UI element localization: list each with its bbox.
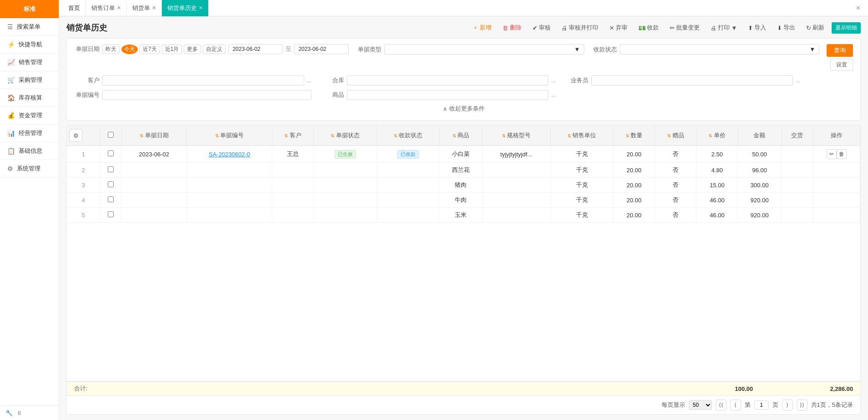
delete-action-btn[interactable]: 🗑 — [837, 149, 847, 159]
export-button[interactable]: ⬇ 导出 — [773, 22, 799, 34]
today-btn[interactable]: 今天 — [121, 45, 138, 54]
sidebar-item-basic-info[interactable]: 📋 基础信息 — [0, 142, 59, 160]
yesterday-btn[interactable]: 昨天 — [102, 45, 120, 54]
product-input[interactable] — [347, 90, 549, 100]
sidebar-item-finance[interactable]: 💰 资金管理 — [0, 107, 59, 125]
settings-button[interactable]: 设置 — [830, 59, 853, 71]
first-page-btn[interactable]: ⟨⟨ — [716, 400, 727, 410]
doc-type-select[interactable]: ▼ — [384, 44, 584, 55]
payment-status-select[interactable]: ▼ — [620, 44, 819, 55]
col-doc-date[interactable]: ⇅ 单据日期 — [121, 125, 187, 146]
warehouse-ellipsis[interactable]: ... — [551, 77, 556, 84]
close-tab-sales-order[interactable]: ✕ — [117, 5, 121, 11]
row-checkbox[interactable] — [108, 196, 114, 202]
audit-button[interactable]: ✔ 审核 — [529, 22, 554, 34]
row-checkbox-cell[interactable] — [100, 146, 121, 163]
col-payment-status[interactable]: ⇅ 收款状态 — [376, 125, 439, 146]
sidebar-item-purchase-mgmt[interactable]: 🛒 采购管理 — [0, 71, 59, 89]
content-area: 销货单历史 ＋ 新增 🗑 删除 ✔ 审核 🖨 审核并打印 — [59, 16, 868, 420]
customer-label: 客户 — [74, 76, 100, 85]
col-settings[interactable]: ⚙ — [67, 125, 100, 146]
row-checkbox[interactable] — [108, 150, 114, 156]
customer-ellipsis[interactable]: ... — [307, 77, 311, 84]
delete-button[interactable]: 🗑 删除 — [499, 22, 525, 34]
col-settings-btn[interactable]: ⚙ — [70, 129, 82, 142]
last-page-btn[interactable]: ⟩⟩ — [797, 400, 808, 410]
customer-input[interactable] — [102, 75, 304, 85]
sidebar-item-quick-nav[interactable]: ⚡ 快捷导航 — [0, 36, 59, 54]
sidebar-item-operations[interactable]: 📊 经营管理 — [0, 125, 59, 142]
col-product[interactable]: ⇅ 商品 — [440, 125, 482, 146]
date-from-input[interactable] — [228, 44, 283, 54]
doc-no-cell[interactable]: SA-20230602-0 — [187, 146, 272, 163]
row-checkbox-cell[interactable] — [100, 193, 121, 208]
display-detail-button[interactable]: 显示明细 — [832, 22, 861, 34]
doc-no-cell[interactable] — [187, 208, 272, 223]
col-doc-no[interactable]: ⇅ 单据编号 — [187, 125, 272, 146]
warehouse-label: 合库 — [319, 76, 344, 85]
7days-btn[interactable]: 近7天 — [140, 45, 160, 54]
row-checkbox-cell[interactable] — [100, 208, 121, 223]
collect-button[interactable]: 💵 收款 — [635, 22, 662, 34]
refresh-button[interactable]: ↻ 刷新 — [803, 22, 828, 34]
new-button[interactable]: ＋ 新增 — [469, 22, 495, 34]
1month-btn[interactable]: 近1月 — [162, 45, 182, 54]
doc-no-cell[interactable] — [187, 163, 272, 178]
sidebar-item-search-menu[interactable]: ☰ 搜索菜单 — [0, 18, 59, 36]
prev-page-btn[interactable]: ⟨ — [730, 400, 741, 410]
col-customer[interactable]: ⇅ 客户 — [272, 125, 313, 146]
row-checkbox-cell[interactable] — [100, 163, 121, 178]
doc-no-cell[interactable] — [187, 193, 272, 208]
custom-btn[interactable]: 自定义 — [203, 45, 226, 54]
row-checkbox-cell[interactable] — [100, 178, 121, 193]
select-all-checkbox[interactable] — [108, 132, 114, 138]
print-button[interactable]: 🖨 打印 ▼ — [707, 22, 741, 34]
warehouse-input[interactable] — [347, 75, 549, 85]
row-checkbox[interactable] — [108, 211, 114, 217]
product-ellipsis[interactable]: ... — [551, 92, 556, 98]
tab-home[interactable]: 首页 — [63, 0, 86, 16]
sidebar-bottom-icon1[interactable]: 🔧 — [5, 410, 13, 416]
col-unit-price[interactable]: ⇅ 单价 — [696, 125, 738, 146]
abandon-button[interactable]: ✕ 弃审 — [606, 22, 631, 34]
query-button[interactable]: 查询 — [827, 44, 853, 57]
salesperson-ellipsis[interactable]: ... — [796, 77, 800, 84]
tab-sales-delivery[interactable]: 销货单 ✕ — [127, 0, 162, 16]
more-btn[interactable]: 更多 — [184, 45, 201, 54]
close-tab-sales-delivery[interactable]: ✕ — [152, 5, 156, 11]
audit-print-button[interactable]: 🖨 审核并打印 — [558, 22, 602, 34]
row-num-cell: 4 — [67, 193, 100, 208]
doc-no-cell[interactable] — [187, 178, 272, 193]
doc-no-input[interactable] — [102, 90, 311, 100]
tab-sales-history[interactable]: 销货单历史 ✕ — [162, 0, 209, 16]
doc-no-link[interactable]: SA-20230602-0 — [209, 151, 250, 158]
close-tab-sales-history[interactable]: ✕ — [199, 5, 203, 11]
per-page-select[interactable]: 50 20 100 — [689, 400, 712, 410]
tab-sales-order[interactable]: 销售订单 ✕ — [86, 0, 127, 16]
amount-cell: 300.00 — [738, 178, 781, 193]
page-title: 销货单历史 — [66, 22, 107, 33]
date-to-input[interactable] — [294, 44, 349, 54]
sidebar-item-inventory[interactable]: 🏠 库存核算 — [0, 89, 59, 107]
salesperson-input[interactable] — [591, 75, 793, 85]
collapse-button[interactable]: ∧ 收起更多条件 — [441, 103, 487, 115]
col-exchange[interactable]: 交货 — [781, 125, 813, 146]
col-unit[interactable]: ⇅ 销售单位 — [550, 125, 613, 146]
col-amount[interactable]: 金额 — [738, 125, 781, 146]
row-checkbox[interactable] — [108, 181, 114, 187]
window-close-btn[interactable]: ✕ — [852, 5, 864, 11]
row-checkbox[interactable] — [108, 166, 114, 172]
batch-change-button[interactable]: ✏ 批量变更 — [666, 22, 703, 34]
import-button[interactable]: ⬆ 导入 — [744, 22, 770, 34]
page-number-input[interactable] — [754, 400, 769, 410]
sidebar-bottom-icon2[interactable]: ⏸ — [16, 410, 22, 416]
col-spec[interactable]: ⇅ 规格型号 — [482, 125, 550, 146]
col-qty[interactable]: ⇅ 数量 — [613, 125, 655, 146]
col-gift[interactable]: ⇅ 赠品 — [655, 125, 696, 146]
next-page-btn[interactable]: ⟩ — [782, 400, 793, 410]
sidebar-item-system-mgmt[interactable]: ⚙ 系统管理 — [0, 160, 59, 178]
sidebar-item-sales-mgmt[interactable]: 📈 销售管理 — [0, 54, 59, 71]
col-doc-status[interactable]: ⇅ 单据状态 — [314, 125, 376, 146]
col-checkbox[interactable] — [100, 125, 121, 146]
edit-action-btn[interactable]: ✏ — [827, 149, 837, 159]
